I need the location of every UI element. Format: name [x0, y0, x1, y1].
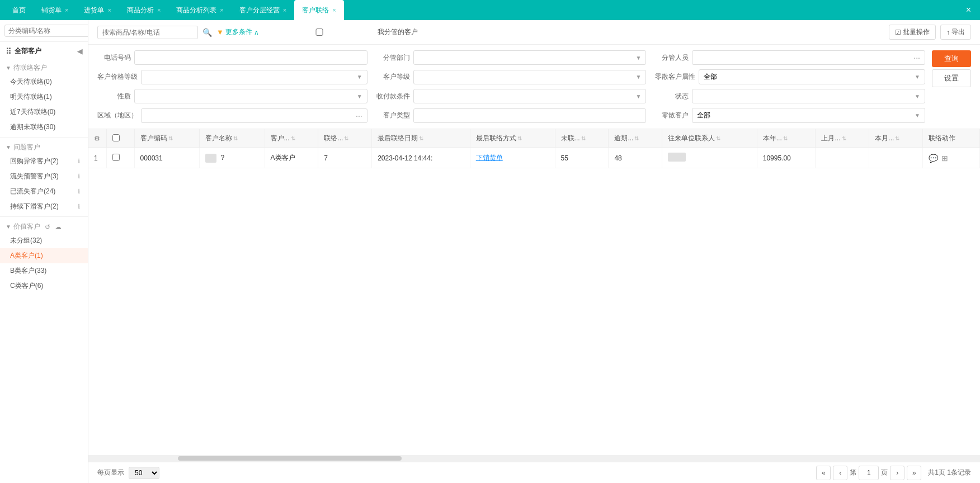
- select-all-checkbox[interactable]: [112, 134, 120, 141]
- nature-select[interactable]: ▼: [134, 89, 368, 103]
- th-code[interactable]: 客户编码⇅: [134, 129, 199, 148]
- close-all-tabs[interactable]: ×: [962, 5, 976, 15]
- filter-icon: ▼: [216, 28, 224, 36]
- th-settings[interactable]: ⚙: [88, 129, 106, 148]
- close-product-analysis-tab[interactable]: ×: [157, 7, 161, 13]
- th-last-date[interactable]: 最后联络日期⇅: [372, 129, 470, 148]
- nav-customer-segment[interactable]: 客户分层经营 ×: [232, 0, 294, 20]
- dept-select[interactable]: ▼: [413, 50, 647, 65]
- sidebar-item-abnormal-repurchase[interactable]: 回购异常客户(2) ℹ: [0, 154, 88, 169]
- export-icon: ↑: [946, 29, 950, 36]
- table-row: 1 000031 ? A类客户 7 2023-04-12 14:44: 下销货单: [88, 148, 980, 168]
- pagination-bar: 每页显示 50 100 200 « ‹ 第 页 › » 共1页 1条记录: [88, 462, 980, 483]
- filter-more-btn[interactable]: ▼ 更多条件 ∧: [216, 27, 259, 37]
- sidebar-item-tomorrow[interactable]: 明天待联络(1): [0, 89, 88, 105]
- my-customers-filter[interactable]: 我分管的客户: [263, 27, 418, 37]
- main-search-icon[interactable]: 🔍: [202, 28, 212, 37]
- chat-icon[interactable]: 💬: [929, 154, 938, 163]
- th-last-method[interactable]: 最后联络方式⇅: [470, 129, 555, 148]
- close-customer-contact-tab[interactable]: ×: [332, 7, 336, 13]
- sidebar-search-input[interactable]: [4, 25, 88, 37]
- sidebar-search-area: 🔍: [0, 20, 88, 42]
- sidebar-item-churned[interactable]: 已流失客户(24) ℹ: [0, 184, 88, 199]
- batch-op-btn[interactable]: ☑ 批量操作: [889, 25, 936, 40]
- cloud-icon[interactable]: ☁: [55, 223, 62, 231]
- sidebar-item-class-a[interactable]: A类客户(1): [0, 248, 88, 263]
- customer-type-input[interactable]: [413, 108, 647, 123]
- th-contact-person[interactable]: 往来单位联系人⇅: [662, 129, 757, 148]
- th-this-month[interactable]: 本月...⇅: [869, 129, 923, 148]
- filter-region: 区域（地区） ···: [97, 108, 368, 123]
- close-product-analysis-list-tab[interactable]: ×: [220, 7, 223, 13]
- sidebar-item-churn-warning[interactable]: 流失预警客户(3) ℹ: [0, 169, 88, 184]
- sidebar-item-declining[interactable]: 持续下滑客户(2) ℹ: [0, 199, 88, 214]
- payment-select[interactable]: ▼: [413, 89, 647, 103]
- sidebar-all-customers[interactable]: ⠿ 全部客户 ◀: [0, 42, 88, 60]
- main-search-input[interactable]: [97, 26, 198, 39]
- next-page-btn[interactable]: ›: [890, 466, 904, 480]
- dept-arrow: ▼: [635, 55, 641, 61]
- arrow-problem: ▼: [6, 144, 11, 150]
- status-select[interactable]: ▼: [692, 89, 925, 103]
- query-btn[interactable]: 查询: [932, 50, 971, 67]
- td-name: ?: [200, 148, 265, 168]
- th-overdue[interactable]: 逾期...⇅: [609, 129, 662, 148]
- last-page-btn[interactable]: »: [907, 466, 921, 480]
- horizontal-scroll[interactable]: [88, 455, 980, 462]
- retail-customer-select[interactable]: 全部 ▼: [692, 108, 925, 123]
- first-page-btn[interactable]: «: [816, 466, 831, 480]
- th-uncontacted[interactable]: 未联...⇅: [555, 129, 609, 148]
- adv-filter-row-4: 区域（地区） ··· 客户类型 零散客户 全部: [97, 108, 925, 123]
- page-input[interactable]: [859, 466, 879, 480]
- retail-attr-select[interactable]: 全部 ▼: [699, 69, 925, 84]
- td-contact-person: [662, 148, 757, 168]
- adv-filters: 电话号码 分管部门 ▼ 分管人员 ···: [88, 45, 980, 129]
- th-last-month[interactable]: 上月...⇅: [816, 129, 869, 148]
- nav-product-analysis-list[interactable]: 商品分析列表 ×: [168, 0, 231, 20]
- sidebar-item-class-b[interactable]: B类客户(33): [0, 263, 88, 278]
- scroll-thumb[interactable]: [178, 456, 402, 461]
- grid-icon[interactable]: ⊞: [941, 154, 948, 163]
- settings-btn[interactable]: 设置: [932, 69, 971, 87]
- page-size-select[interactable]: 50 100 200: [129, 467, 159, 479]
- th-contact[interactable]: 联络...⇅: [318, 129, 372, 148]
- region-dots: ···: [356, 111, 362, 120]
- close-customer-segment-tab[interactable]: ×: [283, 7, 286, 13]
- customer-level-select[interactable]: ▼: [413, 70, 647, 84]
- td-last-month: [816, 148, 869, 168]
- th-name[interactable]: 客户名称⇅: [200, 129, 265, 148]
- th-this-year[interactable]: 本年...⇅: [757, 129, 816, 148]
- sidebar-item-today[interactable]: 今天待联络(0): [0, 74, 88, 89]
- my-customers-checkbox[interactable]: [263, 29, 375, 36]
- sidebar-item-overdue[interactable]: 逾期未联络(30): [0, 120, 88, 135]
- manager-select[interactable]: ···: [692, 50, 925, 65]
- filter-customer-type: 客户类型: [376, 108, 647, 123]
- sidebar-group-pending[interactable]: ▼ 待联络客户: [0, 60, 88, 74]
- sidebar-item-7days[interactable]: 近7天待联络(0): [0, 105, 88, 120]
- sidebar-item-class-c[interactable]: C类客户(6): [0, 278, 88, 293]
- phone-input[interactable]: [134, 50, 368, 65]
- nav-sales[interactable]: 销货单 ×: [34, 0, 76, 20]
- td-level: A类客户: [265, 148, 318, 168]
- price-level-select[interactable]: ▼: [141, 70, 368, 84]
- th-level[interactable]: 客户...⇅: [265, 129, 318, 148]
- region-input[interactable]: ···: [141, 108, 368, 123]
- td-contact: 7: [318, 148, 372, 168]
- last-method-link[interactable]: 下销货单: [476, 154, 503, 162]
- sidebar-group-problem[interactable]: ▼ 问题客户: [0, 140, 88, 154]
- nav-customer-contact[interactable]: 客户联络 ×: [294, 0, 343, 20]
- refresh-icon[interactable]: ↺: [45, 223, 50, 231]
- export-btn[interactable]: ↑ 导出: [940, 25, 971, 40]
- nav-purchase[interactable]: 进货单 ×: [76, 0, 119, 20]
- nav-product-analysis[interactable]: 商品分析 ×: [119, 0, 168, 20]
- sidebar-item-unclassified[interactable]: 未分组(32): [0, 233, 88, 248]
- close-purchase-tab[interactable]: ×: [107, 7, 111, 13]
- sidebar-group-value[interactable]: ▼ 价值客户 ↺ ☁: [0, 219, 88, 233]
- prev-page-btn[interactable]: ‹: [833, 466, 847, 480]
- close-sales-tab[interactable]: ×: [65, 7, 68, 13]
- page-end-label: 页: [881, 468, 888, 477]
- filter-actions: ☑ 批量操作 ↑ 导出: [889, 25, 971, 40]
- row-checkbox[interactable]: [112, 154, 120, 161]
- customer-table: ⚙ 客户编码⇅ 客户名称⇅ 客户...⇅ 联络...⇅ 最后联络日期⇅ 最后联络…: [88, 129, 980, 168]
- nav-home[interactable]: 首页: [4, 0, 34, 20]
